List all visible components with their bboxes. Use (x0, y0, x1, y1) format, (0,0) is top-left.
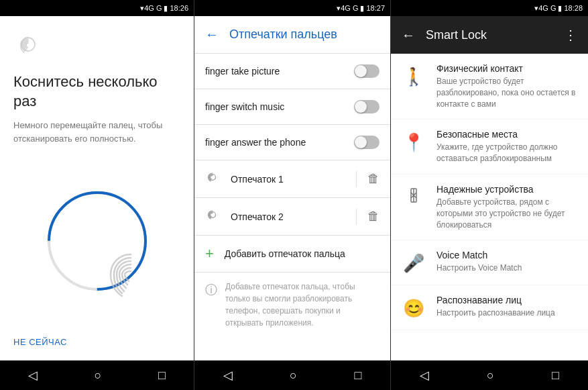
fp-item-icon-0 (205, 170, 220, 188)
toggle-label-2: finger answer the phone (205, 137, 354, 148)
sl-desc-4: Настроить распознавание лица (436, 307, 577, 319)
sl-desc-2: Добавьте устройства, рядом с которыми эт… (436, 197, 577, 230)
sl-text-1: Безопасные места Укажите, где устройство… (436, 129, 577, 164)
bluetooth-icon (406, 187, 422, 207)
sl-title-0: Физический контакт (436, 63, 577, 74)
sl-icon-0: 🚶 (402, 64, 426, 89)
add-icon: + (205, 245, 214, 262)
sl-icon-1: 📍 (402, 130, 426, 154)
back-nav-3[interactable]: ◁ (420, 368, 429, 383)
wifi-icon-3: G (550, 4, 556, 12)
nav-bar-3: ◁ ○ □ (391, 360, 588, 390)
nav-bar-1: ◁ ○ □ (0, 360, 194, 390)
wifi-icon-2: G (353, 4, 359, 12)
fp-delete-1[interactable]: 🗑 (367, 209, 379, 224)
panel-smart-lock: ▾4G G ▮ 18:28 ← Smart Lock ⋮ 🚶 Физически… (391, 0, 588, 390)
menu-button-3[interactable]: ⋮ (564, 27, 577, 43)
time-1: 18:26 (170, 4, 188, 12)
recent-nav-1[interactable]: □ (158, 369, 166, 383)
fp-info-row: ⓘ Добавьте отпечаток пальца, чтобы тольк… (194, 273, 390, 337)
sl-icon-3: 🎤 (402, 251, 426, 275)
sl-item-0[interactable]: 🚶 Физический контакт Ваше устройство буд… (391, 54, 588, 119)
home-nav-1[interactable]: ○ (95, 369, 102, 383)
recent-nav-3[interactable]: □ (552, 369, 559, 383)
sl-text-3: Voice Match Настроить Voice Match (436, 250, 577, 274)
battery-icon-2: ▮ (360, 4, 364, 13)
sl-desc-0: Ваше устройство будет разблокировано, по… (436, 76, 577, 109)
toggle-row-0[interactable]: finger take picture (194, 54, 390, 89)
fp-item-1: Отпечаток 2 🗑 (194, 198, 390, 235)
person-walking-icon: 🚶 (403, 66, 424, 87)
status-icons-1: ▾4G G ▮ 18:26 (140, 4, 188, 13)
sl-text-0: Физический контакт Ваше устройство будет… (436, 63, 577, 109)
status-icons-2: ▾4G G ▮ 18:27 (337, 4, 385, 13)
toggle-2[interactable] (354, 136, 379, 149)
sl-item-4[interactable]: 😊 Распознавание лиц Настроить распознава… (391, 285, 588, 330)
setup-title: Коснитесь несколько раз (13, 72, 180, 111)
toggle-row-2[interactable]: finger answer the phone (194, 125, 390, 160)
location-pin-icon: 📍 (403, 132, 424, 153)
status-icons-3: ▾4G G ▮ 18:28 (534, 4, 583, 13)
fp-delete-0[interactable]: 🗑 (367, 172, 379, 186)
time-2: 18:27 (366, 4, 385, 12)
signal-icon-3: ▾4G (534, 4, 548, 13)
status-bar-2: ▾4G G ▮ 18:27 (194, 0, 390, 16)
fp-circle (44, 187, 151, 295)
toolbar-title-2: Отпечатки пальцев (229, 28, 337, 42)
fp-separator-1 (356, 209, 357, 225)
add-fp-row[interactable]: + Добавить отпечаток пальца (194, 236, 390, 272)
toolbar-title-3: Smart Lock (426, 28, 553, 42)
sl-item-3[interactable]: 🎤 Voice Match Настроить Voice Match (391, 240, 588, 285)
sl-text-4: Распознавание лиц Настроить распознавани… (436, 295, 577, 319)
sl-item-1[interactable]: 📍 Безопасные места Укажите, где устройст… (391, 119, 588, 175)
fp-item-0: Отпечаток 1 🗑 (194, 160, 390, 197)
signal-icon-2: ▾4G (337, 4, 351, 13)
back-nav-1[interactable]: ◁ (28, 368, 38, 383)
toggle-1[interactable] (354, 100, 379, 113)
toolbar-2: ← Отпечатки пальцев (194, 16, 390, 54)
nav-bar-2: ◁ ○ □ (194, 360, 390, 390)
fp-info-text: Добавьте отпечаток пальца, чтобы только … (225, 281, 379, 329)
recent-nav-2[interactable]: □ (354, 369, 361, 383)
sl-title-3: Voice Match (436, 250, 577, 260)
toggle-row-1[interactable]: finger switch music (194, 89, 390, 124)
sl-icon-4: 😊 (402, 296, 426, 320)
fp-item-label-0: Отпечаток 1 (231, 174, 345, 185)
sl-list: 🚶 Физический контакт Ваше устройство буд… (391, 54, 588, 360)
fp-item-icon-1 (205, 207, 220, 226)
wifi-icon: G (156, 4, 162, 12)
sl-desc-1: Укажите, где устройство должно оставатьс… (436, 142, 577, 164)
add-fp-label: Добавить отпечаток пальца (225, 248, 345, 259)
sl-title-2: Надежные устройства (436, 184, 577, 195)
sl-text-2: Надежные устройства Добавьте устройства,… (436, 184, 577, 230)
battery-icon: ▮ (164, 4, 168, 13)
battery-icon-3: ▮ (558, 4, 562, 13)
sl-desc-3: Настроить Voice Match (436, 262, 577, 274)
sl-icon-2 (402, 185, 426, 209)
panel-fingerprint-setup: ▾4G G ▮ 18:26 Коснитесь несколько раз Не… (0, 0, 194, 390)
face-icon: 😊 (403, 298, 424, 319)
back-button-2[interactable]: ← (205, 27, 219, 42)
home-nav-2[interactable]: ○ (290, 369, 297, 383)
sl-title-1: Безопасные места (436, 129, 577, 140)
time-3: 18:28 (564, 4, 583, 12)
fp-item-label-1: Отпечаток 2 (231, 211, 345, 222)
toolbar-3: ← Smart Lock ⋮ (391, 16, 588, 54)
toggle-label-0: finger take picture (205, 66, 354, 77)
sl-title-4: Распознавание лиц (436, 295, 577, 305)
back-button-3[interactable]: ← (402, 28, 415, 43)
not-now-button[interactable]: НЕ СЕЙЧАС (13, 330, 180, 354)
signal-icon: ▾4G (140, 4, 154, 13)
fp-separator-0 (356, 171, 357, 187)
sl-item-2[interactable]: Надежные устройства Добавьте устройства,… (391, 175, 588, 240)
setup-subtitle: Немного перемещайте палец, чтобы отскани… (13, 119, 180, 145)
status-bar-3: ▾4G G ▮ 18:28 (391, 0, 588, 16)
fp-icon-small (13, 30, 180, 72)
home-nav-3[interactable]: ○ (487, 369, 494, 383)
fp-list: finger take picture finger switch music … (194, 54, 390, 360)
fp-progress-container (13, 158, 180, 324)
setup-content: Коснитесь несколько раз Немного перемеща… (0, 16, 194, 360)
back-nav-2[interactable]: ◁ (223, 368, 233, 383)
toggle-0[interactable] (354, 64, 379, 78)
toggle-label-1: finger switch music (205, 101, 354, 112)
